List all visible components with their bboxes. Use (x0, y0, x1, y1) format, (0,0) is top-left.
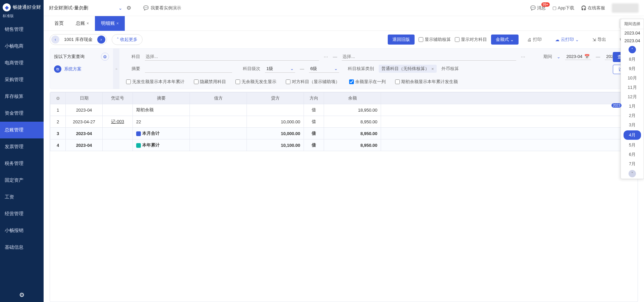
panel-collapse-handle[interactable]: « (113, 48, 119, 89)
period-month-9月[interactable]: 9月 (621, 64, 644, 73)
check-no-occur-year[interactable]: 无发生额显示本月本年累计 (126, 79, 184, 85)
app-download-action[interactable]: ▢ App下载 (552, 5, 574, 11)
period-month-6月[interactable]: 6月 (621, 150, 644, 159)
sidebar-item-1[interactable]: 小畅电商 (0, 38, 44, 55)
headset-icon: 🎧 (581, 5, 586, 10)
more-icon[interactable]: ⋯ (521, 54, 525, 59)
calendar-icon: 📅 (584, 54, 590, 59)
return-old-button[interactable]: 退回旧版 (388, 35, 415, 45)
tab-2[interactable]: 明细账× (95, 16, 125, 31)
voucher-link[interactable]: 记-003 (111, 119, 124, 124)
period-month-10月[interactable]: 10月 (621, 73, 644, 83)
messages-action[interactable]: 💬 消息 99+ (530, 5, 546, 11)
chevron-down-icon: ⌄ (290, 66, 294, 71)
sidebar-item-4[interactable]: 库存核算 (0, 88, 44, 105)
period-month-5月[interactable]: 5月 (621, 140, 644, 150)
subject-to-input[interactable] (342, 53, 516, 61)
toolbar: ‹ 1001 库存现金 › ˄ 收起更多 退回旧版 显示辅助核算 显示对方科目 … (44, 31, 644, 48)
account-current[interactable]: 1001 库存现金 (61, 37, 96, 43)
sidebar-item-9[interactable]: 固定资产 (0, 172, 44, 189)
period-month-4月[interactable]: 4月 (624, 130, 641, 140)
check-opening-year[interactable]: 期初余额显示本年累计发生额 (395, 79, 458, 85)
check-opposite-aux[interactable]: 对方科目（显示辅助项） (286, 79, 340, 85)
cloud-print-button[interactable]: ☁ 云打印 ⌄ (550, 35, 584, 45)
brand: ◆ 畅捷通好业财 (0, 0, 44, 13)
support-action[interactable]: 🎧 在线客服 (581, 5, 605, 11)
print-icon: 🖨 (527, 37, 532, 42)
sidebar-item-12[interactable]: 小畅报销 (0, 222, 44, 239)
sidebar-settings-icon[interactable]: ⚙ (0, 288, 44, 302)
check-balance-one-col[interactable]: 余额显示在一列 (349, 79, 386, 85)
scheme-item-system[interactable]: ⧉ 系统方案 (54, 65, 109, 73)
scheme-icon: ⧉ (54, 65, 61, 73)
filter-scheme-panel: 按以下方案查询 ⚙ ⧉ 系统方案 (50, 48, 113, 89)
scroll-up-icon[interactable]: ˄ (629, 46, 636, 53)
account-prev-icon[interactable]: ‹ (51, 36, 59, 44)
chevron-down-icon: ⌄ (510, 37, 514, 42)
chevron-down-icon[interactable]: ⌄ (557, 54, 560, 59)
sidebar-item-8[interactable]: 税务管理 (0, 155, 44, 172)
table-row[interactable]: 12023-04期初余额借18,950.00 (50, 104, 638, 116)
period-month-2月[interactable]: 2月 (621, 111, 644, 120)
level-to-select[interactable]: 6级⌄ (309, 65, 339, 73)
topbar: 好业财测试-量勿删 ⌄ ⚙ 💬 我要看实例演示 💬 消息 99+ ▢ App下载 (44, 0, 644, 16)
gear-column-icon[interactable]: ⚙ (50, 93, 66, 104)
sidebar-item-3[interactable]: 采购管理 (0, 71, 44, 88)
period-from-field[interactable]: 2023-04📅 (565, 53, 591, 60)
period-month-8月[interactable]: 8月 (621, 55, 644, 64)
level-from-select[interactable]: 1级⌄ (265, 65, 295, 73)
tag-close-icon[interactable]: × (431, 66, 434, 71)
sidebar-item-0[interactable]: 销售管理 (0, 21, 44, 38)
tab-1[interactable]: 总账× (70, 16, 95, 31)
sidebar-item-7[interactable]: 发票管理 (0, 138, 44, 155)
year-badge: 2023 (611, 103, 622, 108)
period-month-3月[interactable]: 3月 (621, 120, 644, 130)
summary-input[interactable] (145, 65, 232, 73)
category-tag-normal[interactable]: 普通科目（无特殊核算）× (379, 65, 437, 73)
show-opposite-checkbox[interactable]: 显示对方科目 (455, 37, 487, 43)
tenant-selector[interactable]: 好业财测试-量勿删 ⌄ (49, 5, 122, 11)
main-area: 好业财测试-量勿删 ⌄ ⚙ 💬 我要看实例演示 💬 消息 99+ ▢ App下载 (44, 0, 644, 302)
period-year-from[interactable]: 2023.04 (621, 29, 644, 37)
table-row[interactable]: 42023-04本年累计10,100.00借8,950.00 (50, 139, 638, 151)
collapse-more-button[interactable]: ˄ 收起更多 (112, 34, 143, 45)
period-month-7月[interactable]: 7月 (621, 159, 644, 169)
sidebar-item-5[interactable]: 资金管理 (0, 105, 44, 122)
brand-logo-icon: ◆ (3, 3, 11, 11)
sidebar-item-2[interactable]: 电商管理 (0, 55, 44, 71)
more-icon[interactable]: ⋯ (324, 54, 328, 59)
sidebar-item-10[interactable]: 工资 (0, 189, 44, 205)
tab-close-icon[interactable]: × (116, 21, 119, 26)
period-year-to[interactable]: 2023.04 (621, 37, 644, 45)
sidebar-item-11[interactable]: 经营管理 (0, 205, 44, 222)
check-no-balance-no-occur[interactable]: 无余额无发生显示 (235, 79, 276, 85)
tab-0[interactable]: 首页 (48, 16, 70, 31)
tabs: 首页总账×明细账× ✕ ⛶ (44, 16, 644, 31)
amount-style-button[interactable]: 金额式 ⌄ (491, 35, 519, 45)
sidebar-item-13[interactable]: 基础信息 (0, 239, 44, 256)
account-selector: ‹ 1001 库存现金 › (50, 34, 107, 45)
print-button[interactable]: 🖨 打印 (523, 35, 546, 45)
chevron-down-icon: ⌄ (118, 5, 122, 11)
check-hide-disabled[interactable]: 隐藏禁用科目 (194, 79, 226, 85)
period-month-1月[interactable]: 1月2023 (621, 102, 644, 111)
sidebar: ◆ 畅捷通好业财 标准版 销售管理小畅电商电商管理采购管理库存核算资金管理总账管… (0, 0, 44, 302)
subject-from-input[interactable] (145, 53, 319, 61)
account-next-icon[interactable]: › (97, 36, 105, 44)
chevron-down-icon: ⌄ (334, 66, 338, 71)
tenant-settings-icon[interactable]: ⚙ (126, 5, 131, 11)
mobile-icon: ▢ (552, 5, 556, 10)
table-row[interactable]: 32023-04本月合计10,000.00借8,950.00 (50, 128, 638, 139)
export-button[interactable]: ⇲ 导出 (588, 35, 611, 45)
sidebar-item-6[interactable]: 总账管理 (0, 122, 44, 138)
tab-close-icon[interactable]: × (87, 21, 89, 26)
period-month-11月[interactable]: 11月 (621, 83, 644, 92)
period-month-12月[interactable]: 12月 (621, 92, 644, 102)
table-row[interactable]: 22023-04-27记-0032210,000.00借8,950.00 (50, 116, 638, 128)
category-foreign[interactable]: 外币核算 (441, 66, 459, 72)
demo-link[interactable]: 💬 我要看实例演示 (143, 5, 181, 11)
avatar[interactable] (612, 3, 639, 13)
show-aux-checkbox[interactable]: 显示辅助核算 (419, 37, 451, 43)
scroll-down-icon[interactable]: ˅ (629, 170, 636, 177)
scheme-settings-icon[interactable]: ⚙ (101, 53, 109, 61)
